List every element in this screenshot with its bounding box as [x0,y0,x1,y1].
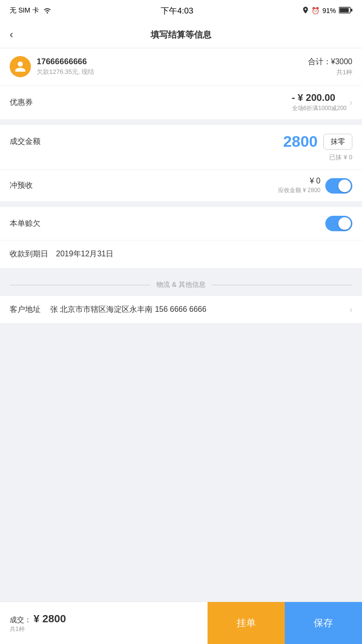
battery-icon [339,7,352,15]
status-time: 下午4:03 [161,5,193,16]
customer-section: 17666666666 欠款1276.35元, 现结 合计：¥3000 共1种 [0,48,362,85]
address-section[interactable]: 客户地址 张 北京市市辖区海淀区永丰南 156 6666 6666 › [0,296,362,323]
due-label: 收款到期日 [10,249,48,259]
section-divider-2 [0,201,362,207]
no-sim-text: 无 SIM 卡 [10,6,39,15]
deal-label: 成交： [10,616,31,624]
avatar [10,56,31,77]
customer-left: 17666666666 欠款1276.35元, 现结 [10,56,94,77]
logistics-line-right [211,285,352,285]
deal-amount: ¥ 2800 [33,613,66,625]
coupon-desc: 全场6折满1000减200 [292,104,347,112]
customer-row: 17666666666 欠款1276.35元, 现结 合计：¥3000 共1种 [10,56,352,77]
prepay-section: 冲预收 ¥ 0 应收金额 ¥ 2800 [0,169,362,201]
coupon-right: - ¥ 200.00 全场6折满1000减200 › [292,92,352,112]
status-left: 无 SIM 卡 [10,6,52,15]
save-button[interactable]: 保存 [285,602,362,644]
location-icon [303,7,308,15]
due-date-section: 收款到期日 2019年12月31日 [0,240,362,268]
customer-phone: 17666666666 [37,57,94,67]
already-zeroed-text: 已抹 ¥ 0 [329,154,352,161]
customer-total: 合计：¥3000 共1种 [308,57,353,77]
battery-text: 91% [322,7,336,14]
address-label: 客户地址 [10,304,41,315]
logistics-divider: 物流 & 其他信息 [0,274,362,296]
prepay-sub: 应收金额 ¥ 2800 [278,186,320,195]
coupon-chevron-icon: › [349,98,352,108]
wifi-icon [43,7,52,15]
coupon-row[interactable]: 优惠券 - ¥ 200.00 全场6折满1000减200 › [0,85,362,119]
prepay-label: 冲预收 [10,181,33,191]
logistics-text: 物流 & 其他信息 [156,280,205,289]
transaction-row: 成交金额 2800 抹零 [10,133,352,151]
nav-title: 填写结算等信息 [151,29,211,41]
deal-row: 成交： ¥ 2800 [10,613,198,625]
bottom-summary: 成交： ¥ 2800 共1种 [0,613,208,633]
bottom-bar: 成交： ¥ 2800 共1种 挂单 保存 [0,602,362,644]
status-right: ⏰ 91% [303,7,352,15]
total-amount: 合计：¥3000 [308,57,353,67]
debt-label: 本单赊欠 [10,219,41,229]
coupon-amount: - ¥ 200.00 [292,92,347,103]
back-button[interactable]: ‹ [10,28,13,41]
logistics-line-left [10,285,151,285]
item-count: 共1种 [308,68,353,77]
prepay-right: ¥ 0 应收金额 ¥ 2800 [278,177,352,195]
prepay-amount: ¥ 0 [278,177,320,185]
prepay-row: 冲预收 ¥ 0 应收金额 ¥ 2800 [10,177,352,195]
prepay-toggle[interactable] [325,178,352,194]
debt-section: 本单赊欠 [0,207,362,240]
svg-rect-2 [339,8,348,12]
svg-rect-1 [351,9,352,12]
address-chevron-icon: › [349,305,352,315]
section-divider-1 [0,119,362,125]
round-button[interactable]: 抹零 [323,134,352,150]
debt-row: 本单赊欠 [10,216,352,231]
status-bar: 无 SIM 卡 下午4:03 ⏰ 91% [0,0,362,21]
nav-bar: ‹ 填写结算等信息 [0,21,362,48]
address-value: 张 北京市市辖区海淀区永丰南 156 6666 6666 [50,304,346,315]
content: 17666666666 欠款1276.35元, 现结 合计：¥3000 共1种 … [0,48,362,395]
coupon-label: 优惠券 [10,98,33,108]
customer-sub: 欠款1276.35元, 现结 [37,68,94,76]
bottom-spacer [0,323,362,347]
prepay-amounts: ¥ 0 应收金额 ¥ 2800 [278,177,320,195]
deal-count: 共1种 [10,625,198,633]
alarm-icon: ⏰ [311,7,320,14]
transaction-label: 成交金额 [10,137,41,147]
transaction-right: 2800 抹零 [283,133,352,151]
debt-toggle[interactable] [325,216,352,231]
transaction-section: 成交金额 2800 抹零 已抹 ¥ 0 [0,125,362,169]
hang-button[interactable]: 挂单 [208,602,285,644]
section-divider-3 [0,268,362,274]
due-value: 2019年12月31日 [56,249,113,259]
transaction-amount: 2800 [283,133,318,151]
due-row: 收款到期日 2019年12月31日 [10,249,352,259]
customer-info: 17666666666 欠款1276.35元, 现结 [37,57,94,76]
